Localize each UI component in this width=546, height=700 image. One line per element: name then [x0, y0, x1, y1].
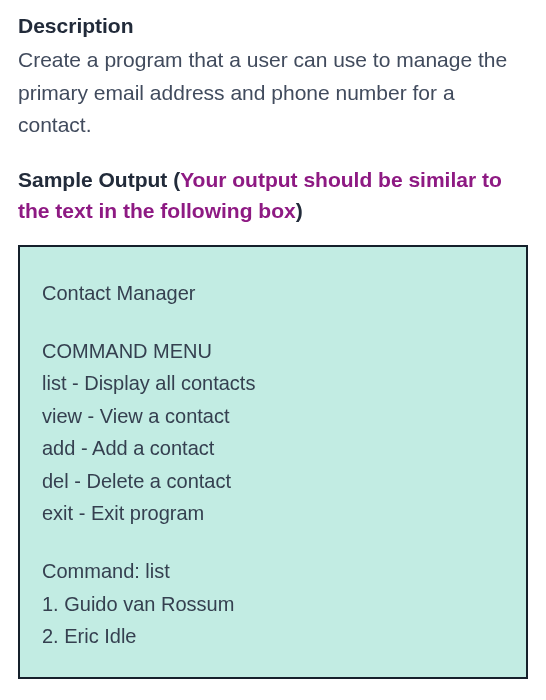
console-output: Contact Manager COMMAND MENU list - Disp…	[42, 277, 504, 653]
console-menu-item: exit - Exit program	[42, 497, 504, 529]
console-menu-item: list - Display all contacts	[42, 367, 504, 399]
sample-output-box: Contact Manager COMMAND MENU list - Disp…	[18, 245, 528, 679]
sample-label-after: )	[296, 199, 303, 222]
description-heading: Description	[18, 14, 528, 38]
console-title: Contact Manager	[42, 277, 504, 309]
console-menu-item: del - Delete a contact	[42, 465, 504, 497]
console-menu-item: view - View a contact	[42, 400, 504, 432]
console-menu-item: add - Add a contact	[42, 432, 504, 464]
description-body: Create a program that a user can use to …	[18, 44, 528, 142]
blank-line	[42, 529, 504, 555]
console-result: 1. Guido van Rossum	[42, 588, 504, 620]
console-prompt: Command: list	[42, 555, 504, 587]
console-result: 2. Eric Idle	[42, 620, 504, 652]
sample-label-before: Sample Output (	[18, 168, 180, 191]
console-menu-header: COMMAND MENU	[42, 335, 504, 367]
sample-output-heading: Sample Output (Your output should be sim…	[18, 164, 528, 227]
blank-line	[42, 309, 504, 335]
